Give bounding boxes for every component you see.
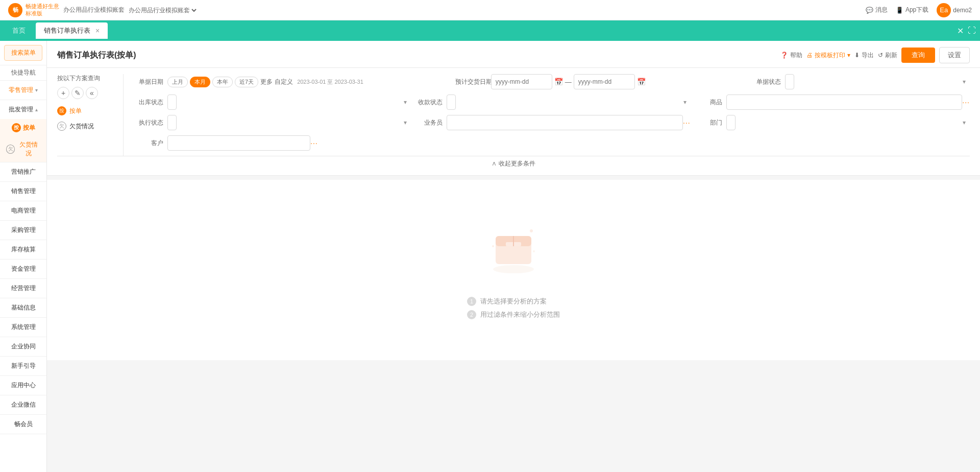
dept-select[interactable] bbox=[726, 115, 736, 130]
dept-label: 部门 bbox=[691, 119, 726, 127]
tab-bar: 首页 销售订单执行表 × ✕ ⛶ bbox=[0, 20, 980, 41]
this-year-btn[interactable]: 本年 bbox=[212, 77, 233, 87]
breadcrumb-select[interactable]: 办公用品行业模拟账套 bbox=[127, 6, 198, 14]
message-icon: 💬 bbox=[866, 7, 873, 14]
refresh-btn[interactable]: ↺ 刷新 bbox=[878, 51, 897, 60]
sidebar-sub-item-by-order[interactable]: 按 按单 bbox=[0, 119, 46, 136]
export-icon: ⬇ bbox=[854, 52, 860, 59]
filter-layout: 按以下方案查询 + ✎ « 按 按单 欠 欠货情况 bbox=[57, 74, 970, 156]
empty-tips: 1 请先选择要分析的方案 2 用过滤条件来缩小分析范围 bbox=[467, 297, 560, 319]
last-month-btn[interactable]: 上月 bbox=[167, 77, 188, 87]
filter-field-goods: 商品 ··· bbox=[691, 95, 970, 110]
customer-input[interactable] bbox=[167, 135, 310, 151]
setting-button[interactable]: 设置 bbox=[939, 47, 970, 63]
sidebar-item-member[interactable]: 畅会员 bbox=[0, 415, 46, 434]
breadcrumb: 办公用品行业模拟账套 办公用品行业模拟账套 bbox=[63, 6, 198, 14]
edit-scheme-btn[interactable]: ✎ bbox=[71, 87, 84, 99]
payment-status-select[interactable] bbox=[447, 95, 456, 110]
add-scheme-btn[interactable]: + bbox=[57, 87, 69, 99]
scheme-item-by-order[interactable]: 按 按单 bbox=[57, 103, 117, 119]
main-layout: 搜索菜单 快捷导航 零售管理 ▾ 批发管理 ▴ 按 按单 欠 bbox=[0, 41, 980, 472]
collapse-scheme-btn[interactable]: « bbox=[86, 87, 98, 99]
search-menu-btn[interactable]: 搜索菜单 bbox=[4, 45, 42, 61]
sidebar-item-basic[interactable]: 基础信息 bbox=[0, 298, 46, 317]
page-title: 销售订单执行表(按单) bbox=[57, 50, 136, 61]
calendar-start-icon[interactable]: 📅 bbox=[554, 78, 563, 86]
filter-field-dept: 部门 bbox=[691, 115, 970, 130]
app-download-btn[interactable]: 📱 App下载 bbox=[896, 6, 928, 14]
sidebar-group-ecommerce: 电商管理 bbox=[0, 201, 46, 221]
sidebar-item-wechat[interactable]: 企业微信 bbox=[0, 395, 46, 414]
help-btn[interactable]: ❓ 帮助 bbox=[780, 51, 802, 60]
scheme-active-icon: 按 bbox=[57, 106, 66, 115]
svg-point-7 bbox=[533, 250, 535, 252]
query-button[interactable]: 查询 bbox=[901, 48, 935, 63]
tab-close-btn[interactable]: × bbox=[95, 27, 100, 35]
sidebar-group-newuser: 新手引导 bbox=[0, 357, 46, 376]
filter-panel: 按以下方案查询 + ✎ « 按 按单 欠 欠货情况 bbox=[47, 68, 980, 176]
last7days-btn[interactable]: 近7天 bbox=[235, 77, 258, 87]
sidebar-item-appcenter[interactable]: 应用中心 bbox=[0, 376, 46, 395]
print-btn[interactable]: 🖨 按模板打印 ▾ bbox=[806, 51, 850, 60]
filter-main: 单据日期 上月 本月 本年 近7天 更多 自定义 2023-03-01 至 20… bbox=[124, 74, 970, 156]
sidebar-item-ecommerce[interactable]: 电商管理 bbox=[0, 201, 46, 220]
export-btn[interactable]: ⬇ 导出 bbox=[854, 51, 874, 60]
page-actions: ❓ 帮助 🖨 按模板打印 ▾ ⬇ 导出 ↺ 刷新 查询 设置 bbox=[780, 47, 970, 63]
sidebar-item-sales[interactable]: 销售管理 bbox=[0, 182, 46, 201]
empty-illustration bbox=[483, 221, 544, 287]
calendar-end-icon[interactable]: 📅 bbox=[637, 78, 646, 86]
sidebar-item-enterprise[interactable]: 企业协同 bbox=[0, 337, 46, 356]
salesman-label: 业务员 bbox=[411, 119, 447, 127]
print-dropdown-icon: ▾ bbox=[847, 52, 850, 59]
sidebar-item-newuser[interactable]: 新手引导 bbox=[0, 357, 46, 375]
expected-date-end[interactable] bbox=[574, 74, 635, 89]
tab-sales-order[interactable]: 销售订单执行表 × bbox=[36, 22, 108, 39]
salesman-more-btn[interactable]: ··· bbox=[683, 119, 691, 127]
window-maximize-btn[interactable]: ⛶ bbox=[968, 26, 976, 35]
filter-row-1: 单据日期 上月 本月 本年 近7天 更多 自定义 2023-03-01 至 20… bbox=[132, 74, 970, 89]
empty-state: 1 请先选择要分析的方案 2 用过滤条件来缩小分析范围 bbox=[47, 180, 980, 360]
sidebar-item-marketing[interactable]: 营销推广 bbox=[0, 162, 46, 181]
filter-row-4: 客户 ··· bbox=[132, 135, 970, 151]
scheme-item-shortage[interactable]: 欠 欠货情况 bbox=[57, 119, 117, 134]
exec-status-label: 执行状态 bbox=[132, 119, 167, 127]
sidebar-sub-item-shortage[interactable]: 欠 欠货情况 bbox=[0, 136, 46, 162]
chevron-up-icon: ▴ bbox=[35, 107, 38, 112]
sidebar-item-system[interactable]: 系统管理 bbox=[0, 318, 46, 337]
shipment-status-select[interactable] bbox=[167, 95, 177, 110]
more-dates-btn[interactable]: 更多 bbox=[260, 78, 273, 86]
custom-date-btn[interactable]: 自定义 bbox=[275, 78, 293, 86]
sidebar-item-retail[interactable]: 零售管理 ▾ bbox=[0, 81, 46, 100]
sidebar-item-purchase[interactable]: 采购管理 bbox=[0, 221, 46, 240]
message-btn[interactable]: 💬 消息 bbox=[866, 6, 888, 14]
tab-home[interactable]: 首页 bbox=[4, 22, 34, 39]
date-separator: — bbox=[565, 78, 572, 86]
sidebar-quick-nav[interactable]: 快捷导航 bbox=[0, 65, 46, 81]
salesman-input[interactable] bbox=[447, 115, 683, 130]
filter-scheme-buttons: + ✎ « bbox=[57, 87, 117, 99]
this-month-btn[interactable]: 本月 bbox=[190, 77, 210, 87]
goods-input[interactable] bbox=[726, 95, 963, 110]
doc-status-select[interactable] bbox=[785, 74, 794, 89]
download-icon: 📱 bbox=[896, 7, 903, 14]
user-profile[interactable]: Ea demo2 bbox=[937, 3, 972, 17]
sidebar-item-wholesale[interactable]: 批发管理 ▴ bbox=[0, 100, 46, 119]
sidebar-group-inventory: 库存核算 bbox=[0, 240, 46, 259]
logo-icon: 畅 bbox=[8, 3, 22, 17]
sidebar-item-finance[interactable]: 资金管理 bbox=[0, 259, 46, 278]
exec-status-select[interactable] bbox=[167, 115, 177, 130]
expected-date-start[interactable] bbox=[491, 74, 552, 89]
goods-more-btn[interactable]: ··· bbox=[962, 98, 970, 106]
collapse-bar[interactable]: ∧ 收起更多条件 bbox=[57, 156, 970, 171]
sidebar-group-wechat: 企业微信 bbox=[0, 395, 46, 415]
filter-sidebar: 按以下方案查询 + ✎ « 按 按单 欠 欠货情况 bbox=[57, 74, 124, 156]
collapse-icon: ∧ bbox=[492, 160, 497, 167]
filter-field-shipment: 出库状态 bbox=[132, 95, 411, 110]
window-close-btn[interactable]: ✕ bbox=[957, 26, 964, 36]
sidebar-group-purchase: 采购管理 bbox=[0, 221, 46, 240]
sidebar-group-system: 系统管理 bbox=[0, 318, 46, 337]
sidebar-item-operation[interactable]: 经营管理 bbox=[0, 279, 46, 298]
sidebar-item-inventory[interactable]: 库存核算 bbox=[0, 240, 46, 259]
customer-more-btn[interactable]: ··· bbox=[310, 139, 318, 147]
expected-date-inputs: 📅 — 📅 bbox=[491, 74, 749, 89]
